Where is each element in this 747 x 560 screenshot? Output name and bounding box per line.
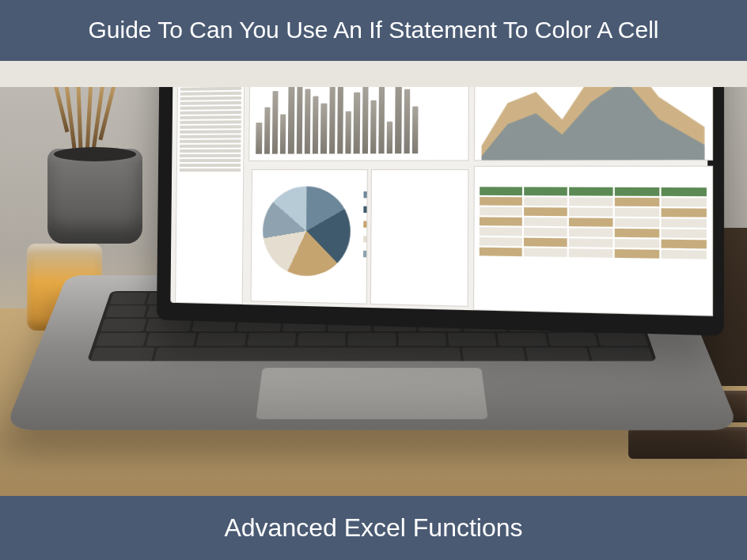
page-title: Guide To Can You Use An If Statement To … <box>88 17 658 43</box>
hero-image <box>0 87 747 497</box>
footer-title: Advanced Excel Functions <box>224 513 522 542</box>
row-list <box>178 87 242 301</box>
dashboard <box>170 87 707 316</box>
table-panel <box>473 166 713 316</box>
brush-cup <box>47 149 142 244</box>
paintbrushes <box>59 87 110 157</box>
pie-chart-icon <box>263 187 351 278</box>
bar-chart-icon <box>256 87 419 154</box>
pie-chart-panel <box>251 169 367 304</box>
header-band: Guide To Can You Use An If Statement To … <box>0 0 747 61</box>
footer-band: Advanced Excel Functions <box>0 496 747 560</box>
bar-side-labels <box>424 87 467 156</box>
lower-mid-group <box>248 166 469 310</box>
bar-chart-panel <box>249 87 470 161</box>
data-table <box>480 187 707 310</box>
side-list-panel <box>175 87 245 305</box>
laptop-trackpad <box>256 368 488 419</box>
area-chart-icon <box>482 87 705 161</box>
grouped-bar-panel <box>370 169 468 306</box>
pie-legend <box>363 191 367 257</box>
grouped-bar-chart-icon <box>377 187 461 301</box>
area-chart-panel <box>474 87 713 161</box>
laptop-screen <box>157 87 724 336</box>
